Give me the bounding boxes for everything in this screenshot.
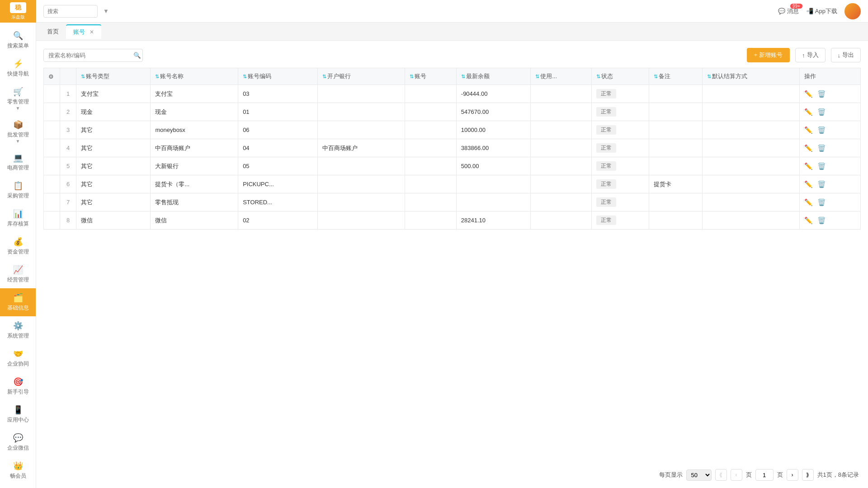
sidebar-item-system[interactable]: ⚙️ 系统管理 <box>0 316 36 344</box>
col-status[interactable]: ⇅状态 <box>591 68 649 85</box>
message-icon: 💬 <box>778 8 785 14</box>
user-avatar[interactable] <box>844 3 861 19</box>
edit-button[interactable]: ✏️ <box>804 126 813 134</box>
sidebar-item-operation[interactable]: 📈 经营管理 <box>0 260 36 288</box>
sidebar-item-wholesale[interactable]: 📦 批发管理 ▼ <box>0 115 36 148</box>
edit-button[interactable]: ✏️ <box>804 216 813 225</box>
table-row: 5 其它 大新银行 05 500.00 正常 ✏️ 🗑️ <box>44 157 861 175</box>
export-button[interactable]: ↓ 导出 <box>831 48 861 62</box>
delete-button[interactable]: 🗑️ <box>817 90 826 98</box>
edit-button[interactable]: ✏️ <box>804 162 813 170</box>
row-default-settle <box>702 121 799 139</box>
page-input[interactable] <box>755 469 774 481</box>
sidebar-item-guide-label: 新手引导 <box>7 388 29 396</box>
next-page-button[interactable]: › <box>787 469 798 481</box>
topbar-right: 💬 消息 99+ 📲 App下载 <box>778 3 861 19</box>
row-settings <box>44 175 60 193</box>
row-index: 8 <box>60 211 76 230</box>
sidebar-item-purchase[interactable]: 📋 采购管理 <box>0 176 36 204</box>
row-balance: -90444.00 <box>456 85 530 103</box>
delete-button[interactable]: 🗑️ <box>817 198 826 206</box>
sidebar-item-vip-label: 畅会员 <box>10 472 26 480</box>
sidebar-item-appstore[interactable]: 📱 应用中心 <box>0 400 36 428</box>
edit-button[interactable]: ✏️ <box>804 198 813 206</box>
sidebar-item-vip[interactable]: 👑 畅会员 <box>0 456 36 484</box>
sidebar-item-retail-label: 零售管理 <box>7 98 29 106</box>
tabbar: 首页 账号 ✕ <box>36 23 868 41</box>
table-header-row: ⚙ ⇅账号类型 ⇅账号名称 ⇅账号编码 ⇅开户银行 ⇅账号 ⇅最新余额 ⇅使用.… <box>44 68 861 85</box>
row-actions: ✏️ 🗑️ <box>799 175 860 193</box>
page-size-label: 每页显示 <box>659 471 683 479</box>
row-status: 正常 <box>591 121 649 139</box>
import-button[interactable]: ↑ 导入 <box>795 48 826 62</box>
col-remark[interactable]: ⇅备注 <box>649 68 702 85</box>
row-account-no <box>405 211 457 230</box>
edit-button[interactable]: ✏️ <box>804 144 813 152</box>
edit-button[interactable]: ✏️ <box>804 108 813 116</box>
delete-button[interactable]: 🗑️ <box>817 108 826 116</box>
search-input[interactable] <box>44 49 129 61</box>
last-page-button[interactable]: ⟫ <box>802 469 814 481</box>
col-account-code[interactable]: ⇅账号编码 <box>238 68 317 85</box>
edit-button[interactable]: ✏️ <box>804 180 813 188</box>
tab-account-label: 账号 <box>73 28 85 36</box>
row-usage <box>531 211 592 230</box>
page-of-label: 页 <box>777 471 783 479</box>
tab-close-icon[interactable]: ✕ <box>90 29 94 35</box>
search-button[interactable]: 🔍 <box>129 49 143 61</box>
sidebar-item-guide[interactable]: 🎯 新手引导 <box>0 372 36 400</box>
col-account-name[interactable]: ⇅账号名称 <box>151 68 238 85</box>
row-account-type: 微信 <box>76 211 151 230</box>
sidebar-item-basic[interactable]: 🗂️ 基础信息 <box>0 288 36 316</box>
sidebar-item-wechat[interactable]: 💬 企业微信 <box>0 428 36 456</box>
sidebar-item-retail[interactable]: 🛒 零售管理 ▼ <box>0 82 36 115</box>
tab-home[interactable]: 首页 <box>40 24 66 39</box>
row-account-name: 零售抵现 <box>151 193 238 211</box>
delete-button[interactable]: 🗑️ <box>817 144 826 152</box>
add-account-button[interactable]: + 新增账号 <box>747 48 790 62</box>
col-usage[interactable]: ⇅使用... <box>531 68 592 85</box>
export-icon: ↓ <box>838 52 841 59</box>
sidebar-item-finance[interactable]: 💰 资金管理 <box>0 232 36 260</box>
delete-button[interactable]: 🗑️ <box>817 180 826 188</box>
row-usage <box>531 175 592 193</box>
row-account-code: 03 <box>238 85 317 103</box>
delete-button[interactable]: 🗑️ <box>817 162 826 170</box>
first-page-button[interactable]: ⟪ <box>715 469 727 481</box>
page-size-select[interactable]: 50 100 <box>686 469 712 481</box>
total-label: 共1页，8条记录 <box>817 471 859 479</box>
appstore-icon: 📱 <box>13 405 23 415</box>
col-balance[interactable]: ⇅最新余额 <box>456 68 530 85</box>
col-settings[interactable]: ⚙ <box>44 68 60 85</box>
accounts-table: ⚙ ⇅账号类型 ⇅账号名称 ⇅账号编码 ⇅开户银行 ⇅账号 ⇅最新余额 ⇅使用.… <box>43 68 861 230</box>
col-index <box>60 68 76 85</box>
topbar-dropdown-icon[interactable]: ▼ <box>103 8 109 14</box>
message-button[interactable]: 💬 消息 99+ <box>778 7 799 15</box>
col-account-no[interactable]: ⇅账号 <box>405 68 457 85</box>
sidebar-item-search[interactable]: 🔍 搜索菜单 <box>0 26 36 54</box>
edit-button[interactable]: ✏️ <box>804 90 813 98</box>
toolbar: 🔍 + 新增账号 ↑ 导入 ↓ 导出 <box>43 48 861 62</box>
col-default-settle[interactable]: ⇅默认结算方式 <box>702 68 799 85</box>
prev-page-button[interactable]: ‹ <box>731 469 742 481</box>
delete-button[interactable]: 🗑️ <box>817 216 826 225</box>
tab-account[interactable]: 账号 ✕ <box>66 24 101 39</box>
sidebar-item-search-label: 搜索菜单 <box>7 42 29 50</box>
row-remark <box>649 211 702 230</box>
row-index: 4 <box>60 139 76 157</box>
sidebar-item-shortcut[interactable]: ⚡ 快捷导航 <box>0 54 36 82</box>
app-download-button[interactable]: 📲 App下载 <box>806 7 837 15</box>
sidebar-item-inventory[interactable]: 📊 库存核算 <box>0 204 36 232</box>
sidebar-item-ecommerce[interactable]: 💻 电商管理 <box>0 148 36 176</box>
row-status: 正常 <box>591 85 649 103</box>
row-settings <box>44 211 60 230</box>
col-bank[interactable]: ⇅开户银行 <box>317 68 405 85</box>
row-status: 正常 <box>591 157 649 175</box>
vip-icon: 👑 <box>13 461 23 471</box>
sidebar-item-enterprise[interactable]: 🤝 企业协同 <box>0 344 36 372</box>
row-remark <box>649 193 702 211</box>
row-actions: ✏️ 🗑️ <box>799 121 860 139</box>
topbar-search-input[interactable] <box>43 5 98 18</box>
delete-button[interactable]: 🗑️ <box>817 126 826 134</box>
col-account-type[interactable]: ⇅账号类型 <box>76 68 151 85</box>
